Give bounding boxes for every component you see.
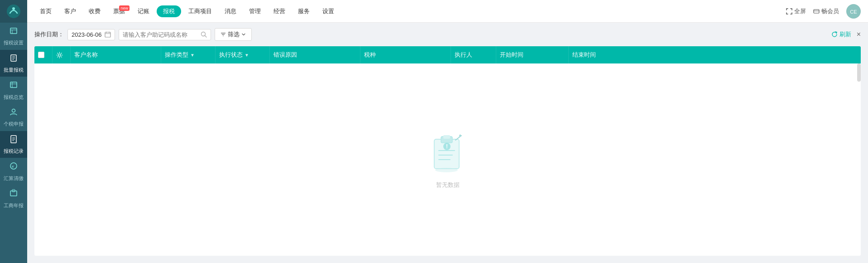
- empty-illustration: !: [427, 130, 468, 175]
- nav-item-shoufei[interactable]: 收费: [83, 5, 106, 18]
- member-icon: [813, 8, 820, 15]
- empty-state: ! 暂无数据: [427, 130, 468, 189]
- refresh-button[interactable]: 刷新: [831, 30, 851, 39]
- settings-icon: [56, 52, 63, 58]
- nav-item-shouye[interactable]: 首页: [34, 5, 57, 18]
- sidebar-item-piliang-baoshui[interactable]: 批量报税: [0, 50, 27, 77]
- piliang-baoshui-icon: [9, 54, 18, 65]
- sidebar-item-label: 报税设置: [4, 39, 24, 46]
- sidebar-item-label: 汇算清缴: [4, 175, 24, 181]
- th-checkbox[interactable]: [34, 46, 53, 63]
- filter-button[interactable]: 筛选: [215, 28, 252, 41]
- geshui-shenbao-icon: [9, 107, 18, 119]
- svg-point-1: [12, 7, 15, 10]
- sidebar-item-baoshui-shezhi[interactable]: 报税设置: [0, 23, 27, 50]
- svg-rect-9: [10, 82, 17, 88]
- nav-item-gongshang-xiangmu[interactable]: 工商项目: [183, 5, 217, 18]
- select-all-checkbox[interactable]: [38, 52, 44, 58]
- svg-rect-37: [443, 135, 450, 139]
- close-button[interactable]: ×: [857, 30, 861, 39]
- sidebar-item-baoshui-zonglam[interactable]: 报税总览: [0, 77, 27, 104]
- nav-item-shezhi[interactable]: 设置: [317, 5, 340, 18]
- nav-item-fuwu[interactable]: 服务: [293, 5, 315, 18]
- member-button[interactable]: 畅会员: [813, 7, 839, 15]
- svg-text:!: !: [446, 143, 448, 150]
- empty-text: 暂无数据: [436, 181, 460, 189]
- date-label: 操作日期：: [34, 30, 64, 39]
- date-input[interactable]: 2023-06-06: [67, 29, 115, 40]
- topnav: 首页 客户 收费 票据 new 记账 报税 工商项目 消息 管理 经营 服务 设…: [27, 0, 868, 23]
- sidebar-logo: [0, 0, 27, 23]
- th-jieshu-shijian: 结束时间: [569, 46, 623, 63]
- gongshang-nianbao-icon: [9, 189, 18, 200]
- topnav-right: 全屏 畅会员 CE: [786, 4, 861, 19]
- sidebar-item-label: 个税申报: [4, 121, 24, 127]
- sidebar-item-label: 报税总览: [4, 94, 24, 100]
- fullscreen-button[interactable]: 全屏: [786, 7, 806, 15]
- th-kehu-mingcheng: 客户名称: [71, 46, 161, 63]
- calendar-icon: [105, 31, 111, 38]
- svg-text:CE: CE: [850, 9, 857, 14]
- th-kaishi-shijian: 开始时间: [496, 46, 569, 63]
- sidebar-item-huisuan-jiaona[interactable]: ¥ 汇算清缴: [0, 158, 27, 185]
- nav-item-piaoju[interactable]: 票据 new: [108, 5, 130, 18]
- sidebar-item-baoshui-jilu[interactable]: 报税记录: [0, 131, 27, 158]
- svg-rect-25: [105, 32, 110, 37]
- vertical-scrollbar[interactable]: [857, 63, 861, 82]
- filter-label: 筛选: [228, 30, 240, 39]
- th-shuizhong: 税种: [360, 46, 451, 63]
- filter-icon: [221, 32, 226, 37]
- table-container: 客户名称 操作类型 ▼ 执行状态 ▼ 错误原因 税种: [34, 46, 861, 256]
- nav-item-xiaoji[interactable]: 消息: [219, 5, 242, 18]
- th-zhixingren: 执行人: [451, 46, 496, 63]
- topnav-items: 首页 客户 收费 票据 new 记账 报税 工商项目 消息 管理 经营 服务 设…: [34, 5, 786, 18]
- nav-item-jizhang[interactable]: 记账: [132, 5, 155, 18]
- filter-sort-icon2: ▼: [245, 53, 249, 58]
- baoshui-jilu-icon: [9, 135, 18, 146]
- search-icon: [201, 31, 207, 38]
- toolbar-right: 刷新 ×: [831, 30, 861, 39]
- table-body: ! 暂无数据: [34, 63, 861, 256]
- th-settings: [53, 46, 71, 63]
- sidebar-item-label: 工商年报: [4, 202, 24, 209]
- th-zhixing-zhuangtai[interactable]: 执行状态 ▼: [216, 46, 270, 63]
- nav-item-jingying[interactable]: 经营: [268, 5, 291, 18]
- th-cuowu-yuanyin: 错误原因: [270, 46, 360, 63]
- svg-point-0: [7, 5, 20, 18]
- nav-item-kehu[interactable]: 客户: [59, 5, 82, 18]
- date-value: 2023-06-06: [72, 31, 102, 38]
- svg-rect-21: [814, 10, 819, 13]
- table-header: 客户名称 操作类型 ▼ 执行状态 ▼ 错误原因 税种: [34, 46, 861, 63]
- new-badge: new: [119, 5, 129, 11]
- nav-item-guanli[interactable]: 管理: [244, 5, 266, 18]
- svg-line-30: [205, 36, 206, 38]
- page-body: 操作日期： 2023-06-06: [27, 23, 868, 263]
- baoshui-shezhi-icon: [9, 26, 18, 38]
- sidebar-item-geshui-shenbao[interactable]: 个税申报: [0, 104, 27, 131]
- filter-sort-icon: ▼: [190, 53, 195, 58]
- svg-point-45: [435, 168, 458, 172]
- baoshui-zonglam-icon: [9, 80, 18, 92]
- chevron-down-icon: [241, 32, 246, 37]
- svg-point-12: [12, 109, 15, 112]
- page-content: 操作日期： 2023-06-06: [27, 23, 868, 263]
- toolbar: 操作日期： 2023-06-06: [27, 23, 868, 46]
- search-box[interactable]: [119, 29, 211, 40]
- svg-text:¥: ¥: [11, 165, 14, 169]
- svg-point-34: [58, 54, 61, 56]
- sidebar: 报税设置 批量报税 报税总览: [0, 0, 27, 263]
- main-content: 首页 客户 收费 票据 new 记账 报税 工商项目 消息 管理 经营 服务 设…: [27, 0, 868, 263]
- sidebar-item-label: 批量报税: [4, 67, 24, 73]
- th-caozuo-leixing[interactable]: 操作类型 ▼: [161, 46, 216, 63]
- fullscreen-icon: [786, 8, 792, 15]
- avatar[interactable]: CE: [846, 4, 861, 19]
- refresh-icon: [831, 31, 838, 38]
- svg-rect-2: [10, 28, 17, 34]
- refresh-label: 刷新: [839, 30, 851, 39]
- sidebar-item-label: 报税记录: [4, 148, 24, 154]
- search-input[interactable]: [123, 31, 199, 38]
- sidebar-item-gongshang-nianbao[interactable]: 工商年报: [0, 185, 27, 212]
- nav-item-baoshui[interactable]: 报税: [157, 5, 181, 17]
- huisuan-jiaona-icon: ¥: [9, 161, 18, 173]
